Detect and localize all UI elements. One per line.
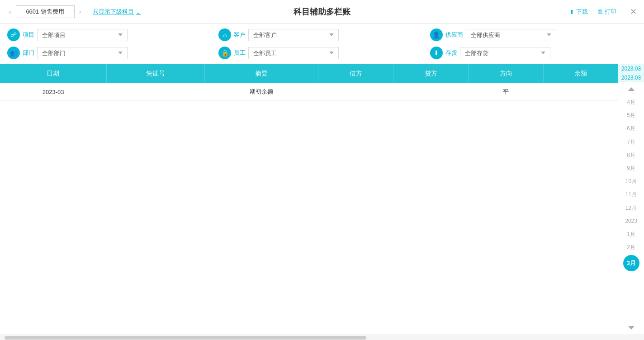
table-container: 日期 凭证号 摘要 借方 贷方 方向 余额 2023-03 期初余额 平	[0, 64, 618, 335]
col-debit: 借方	[318, 64, 393, 83]
selected-month-top1[interactable]: 2023.03	[618, 64, 644, 73]
download-icon: ⬆	[569, 9, 574, 15]
project-icon: ☍	[7, 28, 20, 41]
close-button[interactable]: ✕	[630, 7, 637, 17]
col-voucher: 凭证号	[106, 64, 205, 83]
prev-arrow[interactable]: ‹	[7, 7, 13, 16]
employee-filter: 🔒 员工 全部员工	[218, 47, 425, 59]
month-item[interactable]: 5月	[618, 109, 644, 122]
department-filter: 👥 部门 全部部门	[7, 47, 214, 59]
customer-icon: ⌂	[218, 28, 231, 41]
page-title: 科目辅助多栏账	[294, 6, 350, 17]
supplier-label: 供应商	[445, 31, 463, 39]
inventory-label: 存货	[445, 49, 457, 57]
month-list: 4月5月6月7月8月9月10月11月12月20231月2月3月	[618, 96, 644, 321]
inventory-icon: ⬇	[430, 47, 443, 59]
header: ‹ 6601 销售费用 › 只显示下级科目 ⌄ 科目辅助多栏账 ⬆ 下载 🖶 打…	[0, 0, 644, 24]
download-button[interactable]: ⬆ 下载	[569, 8, 588, 16]
supplier-filter: 👤 供应商 全部供应商	[430, 28, 637, 41]
month-nav-down[interactable]	[618, 321, 644, 335]
table-header-row: 日期 凭证号 摘要 借方 贷方 方向 余额	[0, 64, 618, 83]
selected-month-text2: 2023.03	[621, 75, 641, 81]
employee-icon: 🔒	[218, 47, 231, 59]
cell-balance	[544, 83, 618, 101]
month-nav-up[interactable]	[618, 82, 644, 96]
inventory-select[interactable]: 全部存货	[460, 47, 550, 59]
print-icon: 🖶	[597, 9, 603, 15]
account-code[interactable]: 6601 销售费用	[16, 5, 75, 18]
col-date: 日期	[0, 64, 106, 83]
cell-voucher	[106, 83, 205, 101]
col-direction: 方向	[469, 64, 544, 83]
selected-month-top2[interactable]: 2023.03	[618, 73, 644, 82]
col-balance: 余额	[544, 64, 618, 83]
inventory-filter: ⬇ 存货 全部存货	[430, 47, 637, 59]
month-item[interactable]: 3月	[623, 255, 639, 271]
cell-date: 2023-03	[0, 83, 106, 101]
month-item[interactable]: 12月	[618, 202, 644, 215]
department-icon: 👥	[7, 47, 20, 59]
month-item[interactable]: 9月	[618, 162, 644, 175]
print-button[interactable]: 🖶 打印	[597, 8, 616, 16]
customer-filter: ⌂ 客户 全部客户	[218, 28, 425, 41]
month-item[interactable]: 1月	[618, 228, 644, 241]
col-summary: 摘要	[205, 64, 318, 83]
customer-label: 客户	[234, 31, 246, 39]
table-row: 2023-03 期初余额 平	[0, 83, 618, 101]
cell-credit	[393, 83, 469, 101]
selected-month-text1: 2023.03	[621, 66, 641, 72]
table-body: 2023-03 期初余额 平	[0, 83, 618, 101]
scrollbar-thumb[interactable]	[5, 336, 366, 340]
project-label: 项目	[23, 31, 34, 39]
cell-direction: 平	[469, 83, 544, 101]
cell-summary: 期初余额	[205, 83, 318, 101]
month-sidebar: 2023.03 2023.03 4月5月6月7月8月9月10月11月12月202…	[618, 64, 644, 335]
month-item[interactable]: 4月	[618, 96, 644, 109]
month-item[interactable]: 6月	[618, 122, 644, 135]
month-item[interactable]: 2023	[618, 215, 644, 228]
department-label: 部门	[23, 49, 34, 57]
month-item[interactable]: 2月	[618, 241, 644, 254]
filters-panel: ☍ 项目 全部项目 ⌂ 客户 全部客户 👤 供应商 全部供应商	[0, 24, 644, 64]
month-item[interactable]: 7月	[618, 136, 644, 149]
main-table: 日期 凭证号 摘要 借方 贷方 方向 余额 2023-03 期初余额 平	[0, 64, 618, 101]
month-item[interactable]: 11月	[618, 188, 644, 201]
employee-label: 员工	[234, 49, 246, 57]
department-select[interactable]: 全部部门	[37, 47, 128, 59]
project-select[interactable]: 全部项目	[37, 29, 128, 41]
month-item[interactable]: 8月	[618, 149, 644, 162]
show-sub-label: 只显示下级科目	[93, 8, 134, 16]
cell-debit	[318, 83, 393, 101]
col-credit: 贷方	[393, 64, 469, 83]
customer-select[interactable]: 全部客户	[248, 29, 339, 41]
horizontal-scrollbar[interactable]	[0, 335, 644, 340]
supplier-select[interactable]: 全部供应商	[466, 29, 556, 41]
month-item[interactable]: 10月	[618, 175, 644, 188]
header-left: ‹ 6601 销售费用 › 只显示下级科目 ⌄	[7, 5, 141, 18]
supplier-icon: 👤	[430, 28, 443, 41]
show-sub-button[interactable]: 只显示下级科目 ⌄	[93, 8, 141, 16]
header-actions: ⬆ 下载 🖶 打印 ✕	[569, 7, 637, 17]
content-area: 日期 凭证号 摘要 借方 贷方 方向 余额 2023-03 期初余额 平	[0, 64, 644, 335]
next-arrow[interactable]: ›	[77, 7, 83, 16]
project-filter: ☍ 项目 全部项目	[7, 28, 214, 41]
chevron-down-icon: ⌄	[136, 9, 141, 15]
employee-select[interactable]: 全部员工	[248, 47, 339, 59]
